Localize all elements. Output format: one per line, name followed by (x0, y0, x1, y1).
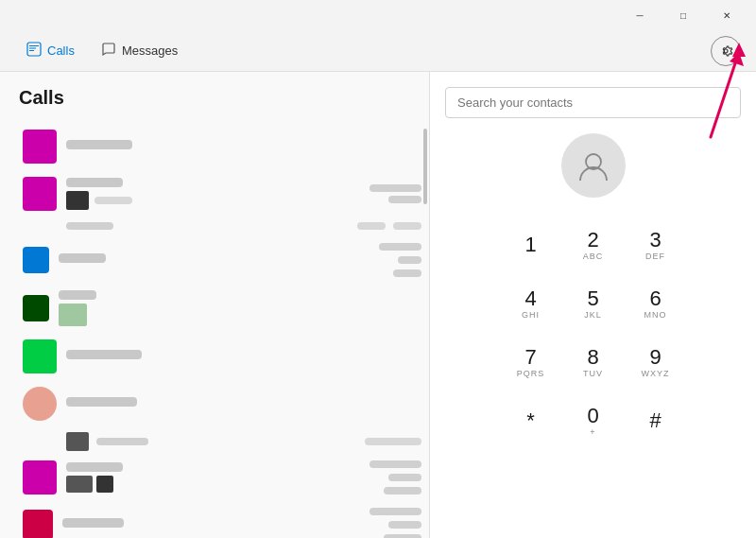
contact-item[interactable] (15, 334, 429, 379)
avatar (23, 247, 49, 273)
contact-name (66, 140, 132, 149)
dial-letters: ABC (583, 252, 604, 261)
dial-number: 5 (587, 288, 598, 309)
contact-item[interactable] (15, 237, 429, 283)
window-controls: ─ □ ✕ (618, 0, 748, 30)
avatar (23, 510, 53, 538)
dial-letters: PQRS (517, 369, 545, 378)
dial-letters: TUV (583, 369, 603, 378)
nav-tabs: Calls Messages (0, 30, 756, 72)
meta-info2 (393, 269, 421, 277)
contact-item[interactable] (15, 124, 429, 169)
dial-letters: DEF (645, 252, 665, 261)
panel-title: Calls (15, 87, 429, 109)
tab-calls-label: Calls (47, 43, 75, 58)
maximize-button[interactable]: □ (662, 0, 705, 30)
scrollbar[interactable] (423, 129, 427, 204)
dial-key-5[interactable]: 5JKL (563, 275, 624, 332)
dial-key-2[interactable]: 2ABC (563, 217, 624, 273)
dial-letters: + (590, 427, 595, 437)
contact-info (59, 253, 369, 267)
dial-number: 4 (524, 288, 536, 309)
tab-calls[interactable]: Calls (15, 34, 86, 67)
dial-key-star[interactable]: * (501, 392, 561, 449)
contact-info (62, 518, 360, 531)
contact-meta (369, 460, 421, 495)
dial-number: 8 (587, 347, 598, 368)
contact-name (66, 178, 123, 187)
dial-key-0[interactable]: 0+ (563, 392, 624, 449)
close-button[interactable]: ✕ (705, 0, 748, 30)
calls-icon (26, 42, 42, 60)
call-type-icon (66, 476, 93, 493)
messages-icon (101, 42, 116, 60)
contact-item[interactable] (15, 171, 429, 217)
call-type-icon (66, 191, 89, 210)
meta-info2 (384, 534, 421, 538)
avatar (23, 460, 57, 495)
contact-item[interactable] (15, 502, 429, 538)
contact-name (66, 462, 123, 472)
meta-time (369, 184, 421, 192)
dial-key-6[interactable]: 6MNO (626, 275, 686, 332)
sub-meta (365, 438, 421, 445)
dial-letters: MNO (644, 310, 667, 320)
right-panel: 12ABC3DEF4GHI5JKL6MNO7PQRS8TUV9WXYZ*0+# (430, 72, 756, 538)
dialpad: 12ABC3DEF4GHI5JKL6MNO7PQRS8TUV9WXYZ*0+# (501, 217, 686, 449)
tab-messages[interactable]: Messages (90, 34, 189, 67)
dial-number: # (649, 410, 661, 431)
dial-number: 7 (524, 347, 536, 368)
contact-badge (59, 304, 87, 326)
avatar (23, 339, 57, 373)
dial-number: 6 (649, 288, 661, 309)
search-input[interactable] (445, 87, 741, 118)
dial-letters: GHI (522, 310, 540, 320)
meta-info2 (384, 487, 421, 495)
avatar (23, 177, 57, 211)
sub-name (66, 222, 113, 230)
dial-letters: WXYZ (642, 369, 670, 378)
dial-key-hash[interactable]: # (626, 392, 686, 449)
contact-info (66, 140, 421, 153)
sub-icon (66, 432, 89, 451)
dial-key-7[interactable]: 7PQRS (501, 334, 561, 390)
contact-name (59, 290, 96, 300)
meta-info (388, 474, 421, 481)
dial-number: 9 (649, 347, 661, 368)
meta-info (388, 521, 421, 529)
call-type-icon2 (96, 476, 113, 493)
svg-rect-2 (29, 48, 36, 49)
avatar (23, 295, 49, 321)
contact-info (66, 397, 421, 410)
dial-key-9[interactable]: 9WXYZ (626, 334, 686, 390)
dial-number: 3 (649, 230, 661, 251)
meta-info (388, 196, 421, 203)
meta-info (398, 256, 421, 264)
dial-key-3[interactable]: 3DEF (626, 217, 686, 273)
contact-item[interactable] (15, 381, 429, 426)
avatar (23, 387, 57, 421)
dial-key-8[interactable]: 8TUV (563, 334, 624, 390)
left-panel: Calls (0, 72, 430, 538)
dial-key-4[interactable]: 4GHI (501, 275, 561, 332)
dial-key-1[interactable]: 1 (501, 217, 561, 273)
contact-name (62, 518, 124, 528)
dial-number: 0 (587, 406, 598, 426)
contact-info (59, 290, 421, 326)
dial-number: 2 (587, 230, 598, 251)
contact-meta (369, 184, 421, 203)
settings-button[interactable] (711, 36, 741, 66)
contact-info (66, 462, 360, 493)
contact-name (66, 350, 142, 359)
contact-item[interactable] (15, 455, 429, 500)
contact-info (66, 350, 421, 363)
contact-name (66, 397, 137, 407)
contact-item[interactable] (15, 285, 429, 332)
contact-info (66, 178, 360, 210)
contact-subitem (15, 428, 429, 455)
contact-subitem (15, 218, 429, 234)
meta-time (369, 508, 421, 515)
svg-rect-1 (29, 45, 39, 46)
meta-time (369, 460, 421, 468)
minimize-button[interactable]: ─ (618, 0, 662, 30)
